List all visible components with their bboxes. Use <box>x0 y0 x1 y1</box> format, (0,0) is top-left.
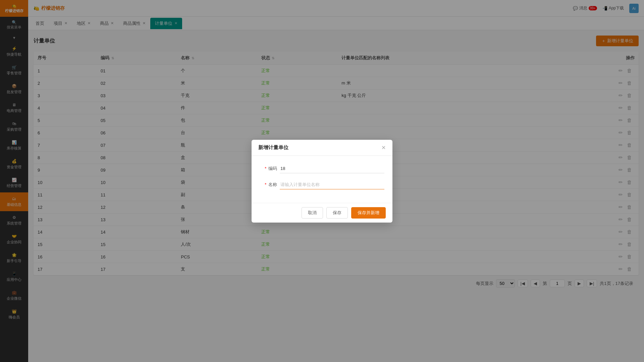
name-input[interactable] <box>280 180 384 189</box>
dialog-header: 新增计量单位 ✕ <box>252 140 392 156</box>
dialog-footer: 取消 保存 保存并新增 <box>252 203 392 223</box>
code-input[interactable] <box>280 164 384 173</box>
modal-overlay: 新增计量单位 ✕ * 编码 * 名称 取消 保存 保存并新增 <box>0 0 644 362</box>
form-row-name: * 名称 <box>260 180 384 189</box>
dialog-body: * 编码 * 名称 <box>252 156 392 203</box>
cancel-button[interactable]: 取消 <box>302 207 323 219</box>
dialog-title: 新增计量单位 <box>258 144 288 151</box>
dialog-close-btn[interactable]: ✕ <box>381 144 386 151</box>
name-required-star: * <box>265 182 266 187</box>
code-required-star: * <box>265 166 266 171</box>
code-label: * 编码 <box>260 166 280 172</box>
name-label: * 名称 <box>260 182 280 188</box>
add-unit-dialog: 新增计量单位 ✕ * 编码 * 名称 取消 保存 保存并新增 <box>252 140 392 223</box>
save-and-new-button[interactable]: 保存并新增 <box>351 207 386 219</box>
form-row-code: * 编码 <box>260 164 384 173</box>
save-button[interactable]: 保存 <box>326 207 348 219</box>
